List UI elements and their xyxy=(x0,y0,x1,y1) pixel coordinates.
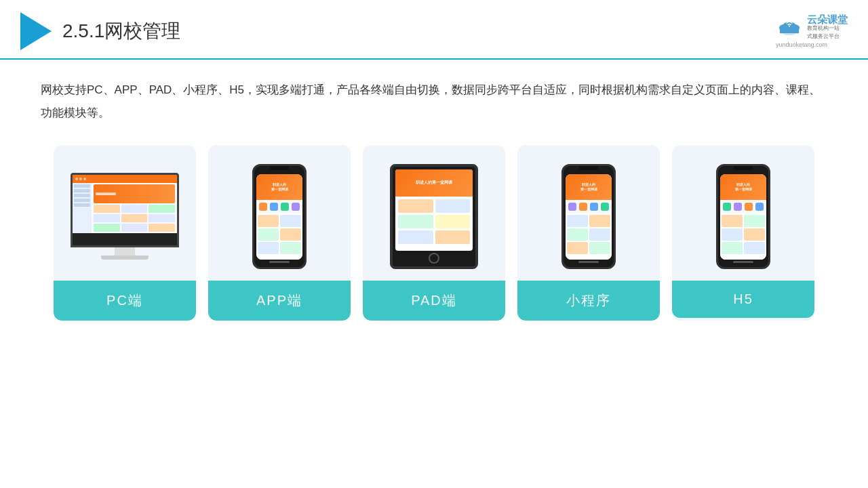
cloud-icon xyxy=(776,18,803,37)
page-title: 2.5.1网校管理 xyxy=(62,18,180,44)
card-miniprogram-image: 职进人的第一堂网课 xyxy=(517,145,660,281)
card-h5: 职进人的第一堂网课 xyxy=(672,145,814,321)
card-miniprogram: 职进人的第一堂网课 xyxy=(517,145,660,321)
card-app-image: 职进人的第一堂网课 xyxy=(208,145,351,281)
logo-triangle-icon xyxy=(20,12,52,50)
description-text: 网校支持PC、APP、PAD、小程序、H5，实现多端打通，产品各终端自由切换，数… xyxy=(41,79,827,125)
card-app-label: APP端 xyxy=(208,281,351,321)
card-pad: 职进人的第一堂网课 PAD端 xyxy=(363,145,505,321)
header-left: 2.5.1网校管理 xyxy=(20,12,180,50)
brand-text: 云朵课堂 教育机构一站 式服务云平台 xyxy=(807,14,848,39)
phone-notch-3 xyxy=(734,166,753,170)
brand-logo: 云朵课堂 教育机构一站 式服务云平台 yunduoketang.com xyxy=(776,14,848,47)
card-pc-image xyxy=(54,145,196,281)
phone-miniprogram-icon: 职进人的第一堂网课 xyxy=(561,164,616,269)
phone-screen-2: 职进人的第一堂网课 xyxy=(566,174,612,260)
pad-screen: 职进人的第一堂网课 xyxy=(395,169,473,251)
phone-app-icon: 职进人的第一堂网课 xyxy=(252,164,307,269)
card-h5-image: 职进人的第一堂网课 xyxy=(672,145,814,281)
card-h5-label: H5 xyxy=(672,281,814,318)
svg-rect-6 xyxy=(780,30,799,33)
phone-notch xyxy=(270,166,289,170)
brand-url: yunduoketang.com xyxy=(776,41,827,48)
card-pc: PC端 xyxy=(54,145,196,321)
brand-top-row: 云朵课堂 教育机构一站 式服务云平台 xyxy=(776,14,848,39)
main-content: 网校支持PC、APP、PAD、小程序、H5，实现多端打通，产品各终端自由切换，数… xyxy=(0,60,868,334)
page-header: 2.5.1网校管理 云朵课堂 教育机构一站 xyxy=(0,0,868,60)
pc-monitor-icon xyxy=(67,173,182,260)
phone-notch-2 xyxy=(579,166,598,170)
cards-container: PC端 职进人的第一堂网课 xyxy=(41,145,827,321)
card-pad-label: PAD端 xyxy=(363,281,505,321)
card-miniprogram-label: 小程序 xyxy=(517,281,660,321)
phone-screen: 职进人的第一堂网课 xyxy=(256,174,302,260)
card-pc-label: PC端 xyxy=(54,281,196,321)
card-pad-image: 职进人的第一堂网课 xyxy=(363,145,505,281)
card-app: 职进人的第一堂网课 xyxy=(208,145,351,321)
svg-point-7 xyxy=(789,26,790,27)
pad-icon: 职进人的第一堂网课 xyxy=(390,164,478,269)
phone-screen-3: 职进人的第一堂网课 xyxy=(720,174,766,260)
monitor-screen xyxy=(71,173,179,247)
phone-h5-icon: 职进人的第一堂网课 xyxy=(716,164,770,269)
